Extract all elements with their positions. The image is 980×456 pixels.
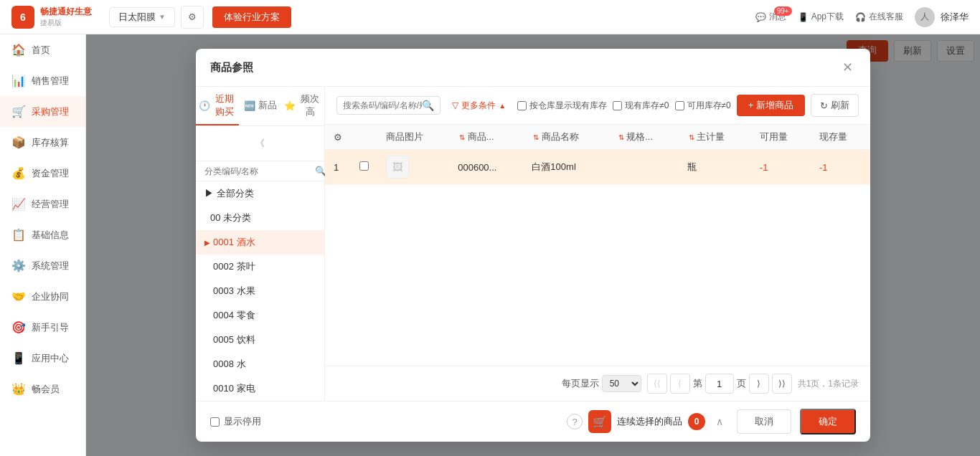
row-unit: 瓶 — [679, 150, 751, 185]
modal-overlay: 商品参照 ✕ 🕐 近期购买 🆕 — [86, 34, 980, 456]
table-row[interactable]: 1 🖼 — [325, 150, 870, 185]
usable-stock-checkbox-label[interactable]: 可用库存≠0 — [675, 100, 731, 112]
table-header-stock: 现存量 — [811, 125, 870, 150]
topbar-right: 💬 消息 99+ 📱 App下载 🎧 在线客服 人 徐泽华 — [755, 7, 969, 27]
sort-icon: ⇅ — [689, 133, 694, 141]
sidebar: 🏠 首页 📊 销售管理 🛒 采购管理 📦 库存核算 💰 资金管理 📈 经营管理 … — [0, 34, 86, 456]
available-stock-checkbox-label[interactable]: 现有库存≠0 — [613, 100, 669, 112]
logo-text: 畅捷通好生意 捷易版 — [40, 6, 92, 28]
product-table: ⚙ 商品图片 ⇅ 商品... — [325, 125, 870, 366]
row-checkbox[interactable] — [359, 161, 369, 171]
sidebar-item-home[interactable]: 🏠 首页 — [0, 34, 85, 65]
sidebar-item-purchase[interactable]: 🛒 采购管理 — [0, 96, 85, 127]
operations-icon: 📈 — [11, 197, 26, 211]
tab-frequent[interactable]: ⭐ 频次高 — [281, 87, 324, 125]
sidebar-item-enterprise[interactable]: 🤝 企业协同 — [0, 281, 85, 312]
app-download-item[interactable]: 📱 App下载 — [798, 11, 844, 23]
finance-icon: 💰 — [11, 166, 26, 180]
help-icon[interactable]: ? — [567, 414, 583, 429]
dialog-body: 🕐 近期购买 🆕 新品 ⭐ 频次高 — [196, 87, 870, 401]
filter-button[interactable]: ▽ 更多条件 ▲ — [446, 97, 512, 115]
category-item-0008[interactable]: 0008 水 — [196, 352, 324, 376]
right-panel: 🔍 ▽ 更多条件 ▲ 按仓库显示现有库存 — [325, 87, 870, 401]
category-item-all[interactable]: ▶ 全部分类 — [196, 181, 324, 206]
online-service-item[interactable]: 🎧 在线客服 — [855, 11, 903, 23]
add-product-button[interactable]: + 新增商品 — [737, 95, 805, 116]
row-code: 000600... — [449, 150, 523, 185]
table-header-settings[interactable]: ⚙ — [325, 125, 351, 150]
row-spec — [608, 150, 679, 185]
category-item-0005[interactable]: 0005 饮料 — [196, 328, 324, 352]
product-image: 🖼 — [386, 156, 409, 179]
purchase-icon: 🛒 — [11, 105, 26, 118]
table-header-name[interactable]: ⇅ 商品名称 — [523, 125, 608, 150]
sidebar-item-system[interactable]: ⚙️ 系统管理 — [0, 250, 85, 281]
search-icon: 🔍 — [422, 100, 434, 111]
sidebar-item-finance[interactable]: 💰 资金管理 — [0, 158, 85, 189]
cancel-button[interactable]: 取消 — [737, 409, 791, 434]
collapse-panel-button[interactable]: 《 — [252, 135, 269, 152]
available-stock-checkbox[interactable] — [613, 101, 622, 110]
show-disabled-checkbox[interactable] — [210, 417, 220, 427]
page-prev-button[interactable]: ⟨ — [670, 374, 690, 394]
category-item-00[interactable]: 00 未分类 — [196, 206, 324, 230]
system-icon: ⚙️ — [11, 259, 26, 272]
enterprise-icon: 🤝 — [11, 290, 26, 303]
category-item-0001[interactable]: ▶ 0001 酒水 — [196, 230, 324, 255]
confirm-button[interactable]: 确定 — [800, 409, 856, 434]
category-tabs: 🕐 近期购买 🆕 新品 ⭐ 频次高 — [196, 87, 324, 126]
topbar: 6 畅捷通好生意 捷易版 日太阳膜 ▼ ⚙ 体验行业方案 💬 消息 99+ 📱 … — [0, 0, 980, 34]
warehouse-checkbox-label[interactable]: 按仓库显示现有库存 — [517, 100, 607, 112]
settings-icon[interactable]: ⚙ — [181, 6, 204, 29]
sidebar-item-operations[interactable]: 📈 经营管理 — [0, 189, 85, 219]
refresh-table-button[interactable]: ↻ 刷新 — [811, 94, 859, 117]
sidebar-item-guide[interactable]: 🎯 新手引导 — [0, 312, 85, 343]
sidebar-item-apps[interactable]: 📱 应用中心 — [0, 343, 85, 374]
avatar: 人 — [915, 7, 935, 27]
row-stock: -1 — [811, 150, 870, 185]
category-item-0004[interactable]: 0004 零食 — [196, 303, 324, 328]
user-avatar-item[interactable]: 人 徐泽华 — [915, 7, 969, 27]
logo-icon: 6 — [11, 6, 34, 29]
table-header-code[interactable]: ⇅ 商品... — [449, 125, 523, 150]
sidebar-item-member[interactable]: 👑 畅会员 — [0, 374, 85, 404]
dialog-close-button[interactable]: ✕ — [839, 59, 856, 76]
row-checkbox-cell[interactable] — [351, 150, 377, 185]
sidebar-item-inventory[interactable]: 📦 库存核算 — [0, 127, 85, 158]
page-last-button[interactable]: ⟩⟩ — [772, 374, 792, 394]
dialog-title: 商品参照 — [210, 61, 253, 75]
category-item-0002[interactable]: 0002 茶叶 — [196, 255, 324, 279]
nav-selector[interactable]: 日太阳膜 ▼ — [109, 7, 175, 27]
member-icon: 👑 — [11, 382, 26, 396]
collapse-cart-button[interactable]: ∧ — [711, 413, 728, 430]
usable-stock-checkbox[interactable] — [675, 101, 684, 110]
table-header-unit[interactable]: ⇅ 主计量 — [679, 125, 751, 150]
show-disabled-label[interactable]: 显示停用 — [210, 415, 261, 428]
warehouse-checkbox[interactable] — [517, 101, 527, 110]
dialog-footer: 显示停用 ? 🛒 连续选择的商品 0 ∧ 取消 确定 — [196, 401, 870, 442]
sidebar-item-sales[interactable]: 📊 销售管理 — [0, 65, 85, 96]
filter-icon: ▽ — [452, 100, 458, 110]
tab-recent[interactable]: 🕐 近期购买 — [196, 87, 239, 125]
table-header-spec[interactable]: ⇅ 规格... — [608, 125, 679, 150]
messages-item[interactable]: 💬 消息 99+ — [755, 11, 786, 23]
page-size-select[interactable]: 50 20 100 — [602, 375, 641, 392]
category-search: 🔍 — [196, 161, 324, 181]
category-item-0003[interactable]: 0003 水果 — [196, 279, 324, 303]
cart-icon[interactable]: 🛒 — [588, 410, 611, 433]
category-search-input[interactable] — [204, 166, 312, 176]
experience-button[interactable]: 体验行业方案 — [212, 6, 291, 28]
page-first-button[interactable]: ⟨⟨ — [647, 374, 667, 394]
new-icon: 🆕 — [244, 100, 255, 111]
category-item-0010[interactable]: 0010 家电 — [196, 376, 324, 401]
sidebar-item-basic[interactable]: 📋 基础信息 — [0, 219, 85, 250]
category-panel: 🕐 近期购买 🆕 新品 ⭐ 频次高 — [196, 87, 325, 401]
cart-area: ? 🛒 连续选择的商品 0 ∧ — [567, 410, 728, 433]
table-header-row: ⚙ 商品图片 ⇅ 商品... — [325, 125, 870, 150]
search-input[interactable] — [343, 100, 422, 110]
table-header-img: 商品图片 — [377, 125, 449, 150]
page-input[interactable] — [705, 374, 734, 394]
tab-new[interactable]: 🆕 新品 — [239, 87, 282, 125]
apps-icon: 📱 — [11, 351, 26, 365]
page-next-button[interactable]: ⟩ — [749, 374, 769, 394]
